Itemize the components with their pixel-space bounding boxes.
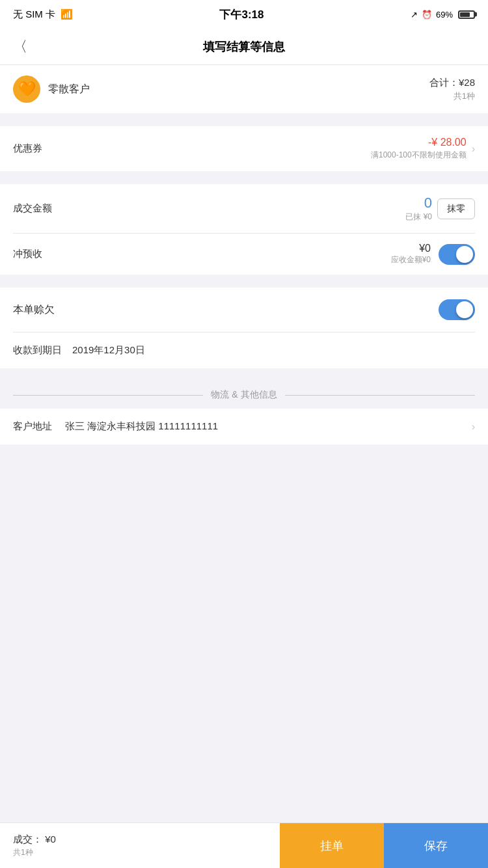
bottom-deal-value: ¥0 xyxy=(45,834,56,845)
time-display: 下午3:18 xyxy=(219,7,264,22)
coupon-row[interactable]: 优惠券 -¥ 28.00 满1000-100不限制使用金额 › xyxy=(0,126,488,171)
debt-section: 本单赊欠 收款到期日 2019年12月30日 xyxy=(0,288,488,368)
bottom-deal-text: 成交： ¥0 xyxy=(13,834,267,846)
wifi-icon: 📶 xyxy=(61,8,73,20)
address-section: 客户地址 张三 海淀永丰科技园 11111111111 › xyxy=(0,409,488,444)
debt-row: 本单赊欠 xyxy=(0,288,488,332)
content-area: 🧡 零散客户 合计：¥28 共1种 优惠券 -¥ 28.00 满1000-100… xyxy=(0,65,488,640)
coupon-section: 优惠券 -¥ 28.00 满1000-100不限制使用金额 › xyxy=(0,126,488,171)
toggle-thumb xyxy=(456,246,473,263)
debt-toggle-thumb xyxy=(456,301,473,318)
bottom-bar: 成交： ¥0 共1种 挂单 保存 xyxy=(0,822,488,868)
deal-sub: 已抹 ¥0 xyxy=(405,211,432,223)
due-date-label: 收款到期日 xyxy=(13,344,62,357)
location-icon: ↗ xyxy=(411,10,418,20)
empty-space xyxy=(0,457,488,588)
coupon-amount: -¥ 28.00 xyxy=(371,137,467,148)
logistics-header: 物流 & 其他信息 xyxy=(0,381,488,409)
due-date-value: 2019年12月30日 xyxy=(72,344,145,357)
customer-count: 共1种 xyxy=(429,90,475,102)
precharge-sub: 应收金额¥0 xyxy=(391,254,431,265)
customer-name: 零散客户 xyxy=(48,83,90,96)
address-label: 客户地址 xyxy=(13,420,52,433)
debt-toggle-track xyxy=(439,299,475,320)
customer-section: 🧡 零散客户 合计：¥28 共1种 xyxy=(0,65,488,113)
round-off-button[interactable]: 抹零 xyxy=(437,198,475,219)
coupon-desc: 满1000-100不限制使用金额 xyxy=(371,150,467,161)
page-title: 填写结算等信息 xyxy=(203,39,285,55)
precharge-label: 冲预收 xyxy=(13,248,42,260)
precharge-row: 冲预收 ¥0 应收金额¥0 xyxy=(0,234,488,275)
customer-total: 合计：¥28 xyxy=(429,77,475,89)
alarm-icon: ⏰ xyxy=(422,10,432,20)
bottom-info: 成交： ¥0 共1种 xyxy=(0,834,280,858)
chevron-right-icon: › xyxy=(472,143,475,155)
battery-percent: 69% xyxy=(436,10,453,20)
deal-label: 成交金额 xyxy=(13,202,52,215)
address-chevron-icon: › xyxy=(472,421,475,433)
toggle-track xyxy=(439,244,475,265)
deal-value[interactable]: 0 xyxy=(405,195,432,211)
address-row[interactable]: 客户地址 张三 海淀永丰科技园 11111111111 › xyxy=(0,409,488,444)
precharge-toggle[interactable] xyxy=(439,244,475,265)
due-date-row[interactable]: 收款到期日 2019年12月30日 xyxy=(0,332,488,368)
address-value: 张三 海淀永丰科技园 11111111111 xyxy=(65,420,472,433)
logistics-text: 物流 & 其他信息 xyxy=(203,389,284,401)
deal-section: 成交金额 0 已抹 ¥0 抹零 冲预收 ¥0 应收金额¥0 xyxy=(0,184,488,275)
status-bar: 无 SIM 卡 📶 下午3:18 ↗ ⏰ 69% xyxy=(0,0,488,29)
precharge-amount: ¥0 xyxy=(391,243,431,254)
debt-toggle[interactable] xyxy=(439,299,475,320)
customer-avatar: 🧡 xyxy=(13,75,40,103)
bottom-count: 共1种 xyxy=(13,847,267,858)
bottom-deal-label: 成交： xyxy=(13,834,42,845)
debt-label: 本单赊欠 xyxy=(13,303,55,317)
deal-amount-row: 成交金额 0 已抹 ¥0 抹零 xyxy=(0,184,488,233)
back-button[interactable]: 〈 xyxy=(8,32,33,62)
battery-icon xyxy=(458,10,475,19)
coupon-label: 优惠券 xyxy=(13,142,42,155)
nav-bar: 〈 填写结算等信息 xyxy=(0,29,488,65)
save-button[interactable]: 保存 xyxy=(384,823,488,869)
pending-button[interactable]: 挂单 xyxy=(280,823,384,869)
customer-row[interactable]: 🧡 零散客户 合计：¥28 共1种 xyxy=(0,65,488,113)
carrier-text: 无 SIM 卡 xyxy=(13,8,55,21)
